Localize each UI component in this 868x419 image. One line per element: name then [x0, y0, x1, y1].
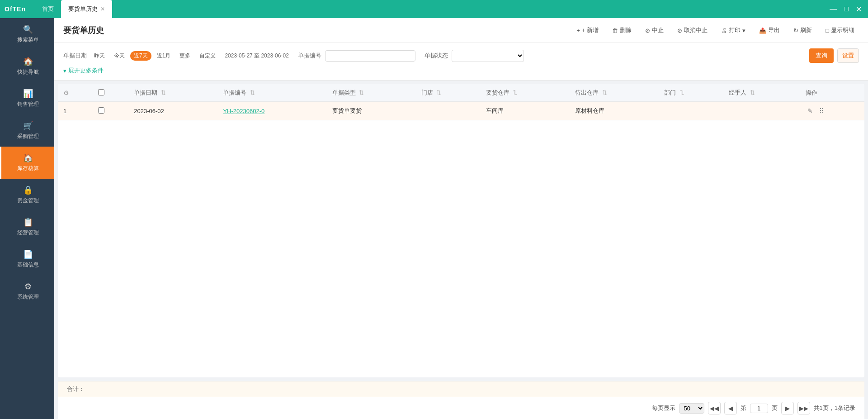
sidebar-item-inventory[interactable]: 🏠 库存核算 [0, 147, 54, 179]
close-button[interactable]: ✕ [854, 3, 863, 15]
page-label-after: 页 [772, 404, 778, 412]
row-date-value: 2023-06-02 [134, 108, 164, 114]
row-bill-no-link[interactable]: YH-20230602-0 [223, 108, 264, 114]
top-bar: OfTEn 首页 要货单历史 ✕ — □ ✕ [0, 0, 868, 18]
row-select-checkbox[interactable] [98, 107, 104, 114]
print-icon: 🖨 [721, 27, 727, 34]
query-button[interactable]: 查询 [809, 48, 834, 63]
tab-home-label: 首页 [42, 5, 54, 13]
sidebar-item-operations[interactable]: 📋 经营管理 [0, 211, 54, 243]
window-controls: — □ ✕ [828, 3, 863, 15]
handler-sort-icon[interactable]: ⇅ [750, 89, 755, 96]
sidebar-item-operations-label: 经营管理 [17, 229, 39, 237]
row-edit-button[interactable]: ✎ [806, 106, 815, 115]
table-settings-icon[interactable]: ⚙ [63, 89, 69, 96]
table-row: 1 2023-06-02 YH-20230602-0 要货单要货 [58, 102, 864, 120]
row-handler [723, 102, 800, 120]
system-icon: ⚙ [24, 281, 32, 291]
row-req-warehouse-value: 车间库 [486, 107, 504, 114]
expand-more-btn[interactable]: ▾ 展开更多条件 [63, 67, 859, 75]
sidebar-item-search-menu[interactable]: 🔍 搜索菜单 [0, 18, 54, 50]
sidebar-item-quick-nav[interactable]: 🏠 快捷导航 [0, 50, 54, 82]
department-sort-icon[interactable]: ⇅ [679, 89, 684, 96]
show-detail-button[interactable]: □ 显示明细 [821, 24, 859, 37]
select-all-checkbox[interactable] [98, 89, 104, 95]
refresh-button[interactable]: ↻ 刷新 [789, 24, 816, 37]
stop-button[interactable]: ⊘ 中止 [641, 24, 668, 37]
next-page-button[interactable]: ▶ [781, 402, 794, 414]
table-container: ⚙ 单据日期 ⇅ 单据编号 ⇅ [58, 84, 864, 377]
sidebar-item-basic-info[interactable]: 📄 基础信息 [0, 243, 54, 275]
add-button[interactable]: + + 新增 [572, 24, 603, 37]
tab-bar: 首页 要货单历史 ✕ [35, 0, 828, 18]
delete-button[interactable]: 🗑 删除 [608, 24, 636, 37]
bill-status-label: 单据状态 [425, 52, 448, 60]
header-actions: + + 新增 🗑 删除 ⊘ 中止 ⊘ 取消中止 🖨 打印 [572, 24, 859, 37]
date-range-display: 2023-05-27 至 2023-06-02 [225, 52, 288, 60]
th-bill-type: 单据类型 ⇅ [327, 84, 416, 102]
row-bill-no[interactable]: YH-20230602-0 [217, 102, 326, 120]
pending-warehouse-sort-icon[interactable]: ⇅ [602, 89, 607, 96]
th-department-label: 部门 [664, 89, 676, 96]
th-store-label: 门店 [421, 89, 433, 96]
row-actions: ✎ ⠿ [800, 102, 864, 120]
row-req-warehouse: 车间库 [481, 102, 570, 120]
add-icon: + [576, 27, 580, 34]
row-index: 1 [58, 102, 93, 120]
pagination-bar: 每页显示 50 100 ◀◀ ◀ 第 页 ▶ ▶▶ 共1页，1条记录 [58, 397, 864, 419]
sidebar-item-sales[interactable]: 📊 销售管理 [0, 82, 54, 114]
sales-icon: 📊 [23, 89, 33, 99]
date-sort-icon[interactable]: ⇅ [161, 89, 166, 96]
row-edit-icon: ✎ [807, 107, 813, 114]
export-button[interactable]: 📤 导出 [755, 24, 784, 37]
row-date: 2023-06-02 [128, 102, 217, 120]
row-checkbox [93, 102, 128, 120]
minimize-button[interactable]: — [828, 3, 839, 15]
bill-status-select[interactable] [452, 50, 524, 62]
row-action-group: ✎ ⠿ [806, 106, 859, 115]
row-more-button[interactable]: ⠿ [817, 106, 826, 115]
main-layout: 🔍 搜索菜单 🏠 快捷导航 📊 销售管理 🛒 采购管理 🏠 库存核算 🔒 资金管… [0, 18, 868, 419]
row-pending-warehouse-value: 原材料仓库 [575, 107, 604, 114]
cancel-stop-button[interactable]: ⊘ 取消中止 [673, 24, 712, 37]
maximize-button[interactable]: □ [842, 3, 850, 15]
data-table: ⚙ 单据日期 ⇅ 单据编号 ⇅ [58, 84, 864, 120]
last-page-button[interactable]: ▶▶ [797, 402, 810, 414]
store-sort-icon[interactable]: ⇅ [436, 89, 441, 96]
sidebar-item-purchase[interactable]: 🛒 采购管理 [0, 114, 54, 147]
today-btn[interactable]: 今天 [110, 51, 128, 61]
sidebar-item-system[interactable]: ⚙ 系统管理 [0, 275, 54, 307]
tab-bill-history[interactable]: 要货单历史 ✕ [61, 0, 112, 18]
bill-number-filter: 单据编号 [298, 50, 415, 62]
more-btn[interactable]: 更多 [176, 51, 194, 61]
print-button[interactable]: 🖨 打印 ▾ [717, 24, 750, 37]
req-warehouse-sort-icon[interactable]: ⇅ [513, 89, 518, 96]
tab-home[interactable]: 首页 [35, 0, 61, 18]
search-menu-icon: 🔍 [23, 24, 33, 34]
last1month-btn[interactable]: 近1月 [153, 51, 175, 61]
last-page-icon: ▶▶ [799, 405, 808, 412]
custom-btn[interactable]: 自定义 [196, 51, 219, 61]
page-size-label: 每页显示 [652, 404, 675, 412]
bill-number-input[interactable] [325, 50, 415, 62]
table-footer: 合计： [58, 381, 864, 397]
tab-close-icon[interactable]: ✕ [100, 6, 105, 12]
stop-icon: ⊘ [645, 27, 650, 34]
first-page-icon: ◀◀ [710, 405, 719, 412]
settings-button[interactable]: 设置 [837, 48, 859, 63]
bill-no-sort-icon[interactable]: ⇅ [250, 89, 255, 96]
last7days-btn[interactable]: 近7天 [130, 51, 151, 61]
bill-number-label: 单据编号 [298, 52, 321, 60]
prev-page-button[interactable]: ◀ [724, 402, 737, 414]
filter-row: 单据日期 昨天 今天 近7天 近1月 更多 自定义 2023-05-27 至 2… [63, 48, 859, 63]
sidebar-item-finance[interactable]: 🔒 资金管理 [0, 179, 54, 211]
th-pending-warehouse: 待出仓库 ⇅ [570, 84, 659, 102]
first-page-button[interactable]: ◀◀ [708, 402, 721, 414]
th-settings: ⚙ [58, 84, 93, 102]
current-page-input[interactable] [750, 404, 768, 413]
bill-type-sort-icon[interactable]: ⇅ [359, 89, 364, 96]
yesterday-btn[interactable]: 昨天 [90, 51, 108, 61]
page-size-select[interactable]: 50 100 [679, 403, 704, 414]
show-detail-label: 显示明细 [831, 26, 854, 34]
stop-label: 中止 [652, 26, 664, 34]
